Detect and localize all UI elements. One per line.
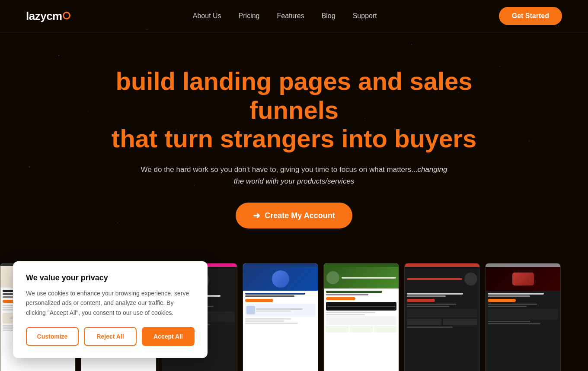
get-started-button[interactable]: Get Started (499, 7, 562, 25)
nav-about[interactable]: About Us (193, 12, 221, 19)
cookie-title: We value your privacy (26, 273, 195, 282)
logo[interactable]: lazycm (26, 10, 71, 23)
create-account-button[interactable]: ➜ Create My Account (236, 203, 352, 228)
nav-links: About Us Pricing Features Blog Support (193, 12, 377, 20)
cookie-customize-button[interactable]: Customize (26, 327, 79, 346)
cookie-reject-button[interactable]: Reject All (84, 327, 137, 346)
arrow-icon: ➜ (253, 210, 260, 221)
gallery-card-7[interactable] (485, 263, 561, 371)
cookie-accept-button[interactable]: Accept All (142, 327, 195, 346)
hero-headline: build landing pages and sales funnels th… (99, 67, 489, 153)
logo-text: lazycm (26, 10, 62, 23)
gallery-card-6[interactable] (404, 263, 480, 371)
hero-section: build landing pages and sales funnels th… (0, 32, 588, 250)
logo-icon (63, 12, 70, 19)
hero-subtext: We do the hard work so you don't have to… (138, 164, 450, 187)
navbar: lazycm About Us Pricing Features Blog Su… (0, 0, 588, 32)
nav-support[interactable]: Support (353, 12, 377, 19)
cookie-body: We use cookies to enhance your browsing … (26, 289, 195, 317)
gallery-card-4[interactable] (243, 263, 318, 371)
nav-pricing[interactable]: Pricing (239, 12, 260, 19)
cookie-buttons: Customize Reject All Accept All (26, 327, 195, 346)
nav-features[interactable]: Features (277, 12, 304, 19)
cookie-banner: We value your privacy We use cookies to … (13, 261, 208, 358)
gallery-card-5[interactable] (323, 263, 399, 371)
nav-blog[interactable]: Blog (322, 12, 336, 19)
